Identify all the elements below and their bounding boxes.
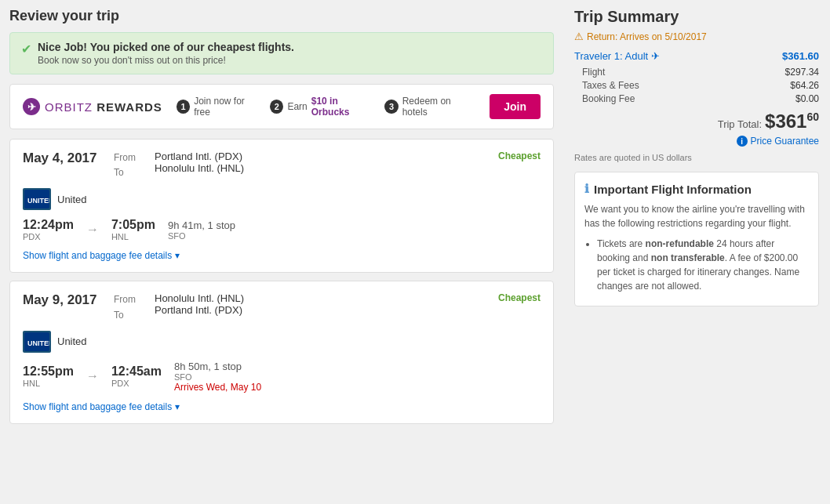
to-label-1: To <box>114 165 136 180</box>
step-3: 3 Redeem on hotels <box>384 96 475 118</box>
airline-row-1: UNITED United <box>23 188 541 210</box>
duration-block-1: 9h 41m, 1 stop SFO <box>168 219 235 241</box>
traveler-total-price: $361.60 <box>782 50 819 62</box>
flight-times-1: 12:24pm PDX → 7:05pm HNL 9h 41m, 1 stop … <box>23 218 541 241</box>
to-airport-1: Honolulu Intl. (HNL) <box>155 162 244 174</box>
stop-via-2: SFO <box>174 372 261 382</box>
arrow-icon-1: → <box>86 223 99 237</box>
info-icon: ℹ <box>584 182 589 196</box>
from-airport-2: Honolulu Intl. (HNL) <box>155 292 244 304</box>
step-2: 2 Earn $10 in Orbucks <box>270 96 375 118</box>
total-label: Trip Total: <box>718 118 762 130</box>
join-button[interactable]: Join <box>490 94 541 119</box>
flight-route-2: Honolulu Intl. (HNL) Portland Intl. (PDX… <box>155 292 244 316</box>
deal-banner: ✔ Nice Job! You picked one of our cheape… <box>9 32 554 74</box>
page-title: Review your trip <box>9 8 554 24</box>
flight-header-2: May 9, 2017 From To Honolulu Intl. (HNL)… <box>23 292 541 322</box>
airline-row-2: UNITED United <box>23 331 541 353</box>
taxes-price-row: Taxes & Fees $64.26 <box>582 80 819 91</box>
to-airport-2: Portland Intl. (PDX) <box>155 304 244 316</box>
price-guarantee: i Price Guarantee <box>574 136 819 147</box>
important-title: ℹ Important Flight Information <box>584 182 809 196</box>
airline-logo-1: UNITED <box>23 188 51 210</box>
cheapest-badge-1: Cheapest <box>498 150 541 161</box>
to-label-2: To <box>114 308 136 323</box>
flight-date-1: May 4, 2017 <box>23 150 101 166</box>
details-link-2[interactable]: Show flight and baggage fee details <box>23 401 172 412</box>
total-row: Trip Total: $36160 <box>574 111 819 132</box>
warning-icon: ⚠ <box>574 31 584 42</box>
depart-time-1: 12:24pm <box>23 218 74 232</box>
airline-logo-2: UNITED <box>23 331 51 353</box>
rewards-logo-text: ORBITZ REWARDS <box>45 100 162 114</box>
depart-block-1: 12:24pm PDX <box>23 218 74 241</box>
step-1-num: 1 <box>177 100 190 114</box>
svg-text:UNITED: UNITED <box>27 339 49 347</box>
duration-block-2: 8h 50m, 1 stop SFO Arrives Wed, May 10 <box>174 361 261 393</box>
flight-header-1: May 4, 2017 From To Portland Intl. (PDX)… <box>23 150 541 180</box>
depart-code-1: PDX <box>23 232 74 241</box>
sidebar-title: Trip Summary <box>574 8 819 26</box>
depart-code-2: HNL <box>23 379 74 388</box>
price-breakdown: Flight $297.34 Taxes & Fees $64.26 Booki… <box>574 67 819 104</box>
booking-price-row: Booking Fee $0.00 <box>582 93 819 104</box>
rewards-logo: ✈ ORBITZ REWARDS <box>23 98 162 115</box>
return-note: ⚠ Return: Arrives on 5/10/2017 <box>574 31 819 42</box>
cheapest-badge-2: Cheapest <box>498 292 541 303</box>
arrive-code-1: HNL <box>111 232 155 241</box>
arrive-time-1: 7:05pm <box>111 218 155 232</box>
rewards-steps: 1 Join now for free 2 Earn $10 in Orbuck… <box>177 96 475 118</box>
banner-text: Nice Job! You picked one of our cheapest… <box>38 41 294 66</box>
flight-card-2: May 9, 2017 From To Honolulu Intl. (HNL)… <box>9 281 554 423</box>
from-to-block-1: From To <box>114 150 136 180</box>
rewards-box: ✈ ORBITZ REWARDS 1 Join now for free 2 E… <box>9 84 554 129</box>
airline-name-1: United <box>57 194 87 205</box>
flight-price-row: Flight $297.34 <box>582 67 819 78</box>
flight-card-1: May 4, 2017 From To Portland Intl. (PDX)… <box>9 139 554 273</box>
arrive-block-2: 12:45am PDX <box>111 364 162 388</box>
duration-1: 9h 41m, 1 stop <box>168 219 235 231</box>
arrive-block-1: 7:05pm HNL <box>111 218 155 241</box>
details-link-1[interactable]: Show flight and baggage fee details <box>23 250 172 261</box>
traveler-row: Traveler 1: Adult ✈ $361.60 <box>574 50 819 62</box>
from-to-block-2: From To <box>114 292 136 322</box>
from-label-2: From <box>114 292 136 307</box>
info-circle-icon: i <box>737 136 748 147</box>
rates-note: Rates are quoted in US dollars <box>574 153 819 162</box>
flight-times-2: 12:55pm HNL → 12:45am PDX 8h 50m, 1 stop… <box>23 361 541 393</box>
traveler-name: Traveler 1: Adult ✈ <box>574 50 660 62</box>
total-amount: $36160 <box>765 111 819 132</box>
from-label-1: From <box>114 150 136 165</box>
depart-time-2: 12:55pm <box>23 364 74 379</box>
check-icon: ✔ <box>21 42 31 56</box>
important-intro: We want you to know the airline you're t… <box>584 202 809 230</box>
important-info: ℹ Important Flight Information We want y… <box>574 172 819 306</box>
important-list: Tickets are non-refundable 24 hours afte… <box>584 237 809 293</box>
orbitz-logo-icon: ✈ <box>23 98 40 115</box>
important-bullet-1: Tickets are non-refundable 24 hours afte… <box>597 237 809 293</box>
arrives-note-2: Arrives Wed, May 10 <box>174 382 261 393</box>
step-3-num: 3 <box>384 100 398 114</box>
arrive-time-2: 12:45am <box>111 364 162 379</box>
arrow-icon-2: → <box>86 369 99 383</box>
step-2-num: 2 <box>270 100 283 114</box>
sidebar: Trip Summary ⚠ Return: Arrives on 5/10/2… <box>563 0 830 504</box>
depart-block-2: 12:55pm HNL <box>23 364 74 388</box>
from-airport-1: Portland Intl. (PDX) <box>155 150 244 162</box>
stop-via-1: SFO <box>168 231 235 241</box>
airline-name-2: United <box>57 335 87 347</box>
step-1: 1 Join now for free <box>177 96 260 118</box>
flight-date-2: May 9, 2017 <box>23 292 101 308</box>
duration-2: 8h 50m, 1 stop <box>174 361 261 372</box>
svg-text:UNITED: UNITED <box>27 197 49 205</box>
flight-route-1: Portland Intl. (PDX) Honolulu Intl. (HNL… <box>155 150 244 174</box>
arrive-code-2: PDX <box>111 379 162 388</box>
